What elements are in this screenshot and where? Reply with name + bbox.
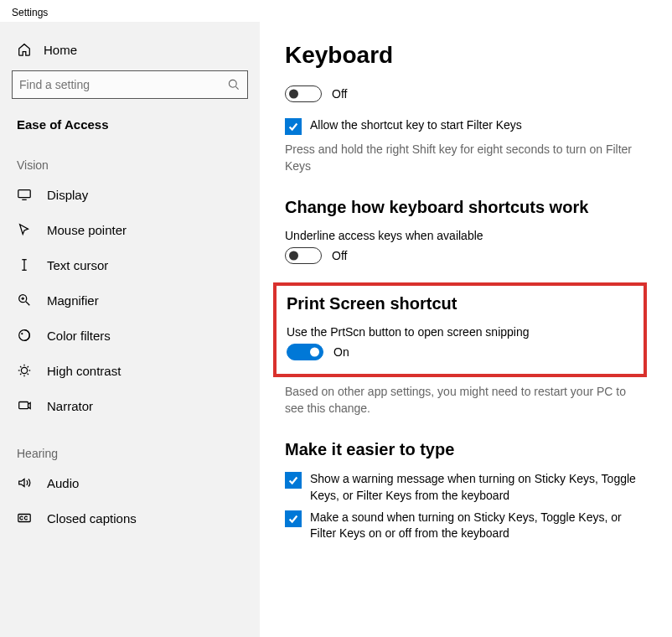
sidebar-item-audio[interactable]: Audio — [0, 465, 260, 500]
svg-point-13 — [21, 367, 27, 373]
sidebar-item-label: Magnifier — [47, 293, 99, 308]
search-icon — [227, 78, 240, 91]
svg-line-19 — [28, 374, 28, 375]
sidebar-item-high-contrast[interactable]: High contrast — [0, 353, 260, 388]
filter-keys-hint: Press and hold the right Shift key for e… — [285, 142, 647, 174]
prtscn-label: Use the PrtScn button to open screen sni… — [287, 325, 633, 339]
checkbox-label: Show a warning message when turning on S… — [310, 471, 647, 504]
prtscn-hint: Based on other app settings, you might n… — [285, 384, 647, 417]
svg-line-18 — [20, 366, 21, 367]
warning-message-checkbox[interactable] — [285, 472, 302, 489]
magnifier-icon — [17, 293, 32, 308]
sidebar-item-narrator[interactable]: Narrator — [0, 388, 260, 423]
svg-line-20 — [20, 374, 21, 375]
group-vision: Vision — [0, 135, 260, 177]
window-title: Settings — [0, 0, 672, 22]
checkbox-label: Allow the shortcut key to start Filter K… — [310, 117, 522, 134]
sidebar-item-label: Narrator — [47, 399, 93, 413]
svg-line-21 — [28, 366, 28, 367]
sidebar-item-magnifier[interactable]: Magnifier — [0, 282, 260, 318]
section-easier-type: Make it easier to type — [285, 440, 647, 459]
section-prtscn: Print Screen shortcut — [287, 294, 633, 313]
svg-rect-22 — [19, 402, 28, 409]
svg-point-0 — [229, 80, 236, 87]
sidebar-item-text-cursor[interactable]: Text cursor — [0, 247, 260, 282]
sidebar-item-label: High contrast — [47, 364, 121, 378]
mouse-pointer-icon — [17, 222, 32, 237]
svg-point-12 — [21, 333, 23, 334]
toggle-state-label: Off — [332, 249, 347, 262]
audio-icon — [17, 475, 32, 490]
narrator-icon — [17, 398, 32, 413]
underline-access-keys-label: Underline access keys when available — [285, 229, 647, 242]
sidebar-item-label: Text cursor — [47, 258, 108, 272]
svg-rect-2 — [18, 190, 30, 198]
main-content: Keyboard Off Allow the shortcut key to s… — [260, 22, 672, 637]
text-cursor-icon — [17, 257, 32, 272]
sidebar-item-mouse-pointer[interactable]: Mouse pointer — [0, 212, 260, 247]
make-sound-checkbox[interactable] — [285, 510, 302, 527]
home-icon — [17, 42, 32, 57]
sidebar-item-closed-captions[interactable]: Closed captions — [0, 500, 260, 536]
color-filters-icon — [17, 328, 32, 343]
underline-access-keys-toggle[interactable] — [285, 247, 322, 264]
sidebar-item-label: Display — [47, 188, 88, 202]
closed-captions-icon — [17, 510, 32, 526]
sidebar-item-color-filters[interactable]: Color filters — [0, 318, 260, 353]
search-input[interactable] — [12, 70, 248, 99]
sidebar-item-label: Color filters — [47, 329, 111, 343]
svg-line-8 — [26, 302, 30, 306]
checkbox-label: Make a sound when turning on Sticky Keys… — [310, 510, 647, 542]
display-icon — [17, 187, 32, 202]
sidebar-item-label: Audio — [47, 476, 79, 490]
sidebar-item-label: Closed captions — [47, 511, 137, 526]
toggle-state-label: Off — [332, 87, 347, 101]
search-field[interactable] — [19, 78, 227, 91]
highlight-annotation: Print Screen shortcut Use the PrtScn but… — [273, 282, 647, 377]
prtscn-toggle[interactable] — [287, 344, 323, 360]
page-title: Keyboard — [285, 42, 647, 69]
nav-home-label: Home — [44, 43, 77, 57]
sidebar-category: Ease of Access — [0, 107, 260, 135]
filter-keys-shortcut-checkbox[interactable] — [285, 118, 302, 135]
high-contrast-icon — [17, 363, 32, 378]
sidebar: Home Ease of Access Vision Display — [0, 22, 260, 637]
section-shortcuts: Change how keyboard shortcuts work — [285, 198, 647, 217]
filter-keys-toggle[interactable] — [285, 85, 322, 102]
sidebar-item-label: Mouse pointer — [47, 223, 127, 237]
svg-line-1 — [235, 86, 238, 89]
sidebar-item-display[interactable]: Display — [0, 177, 260, 212]
nav-home[interactable]: Home — [0, 34, 260, 65]
toggle-state-label: On — [333, 345, 349, 359]
group-hearing: Hearing — [0, 423, 260, 465]
